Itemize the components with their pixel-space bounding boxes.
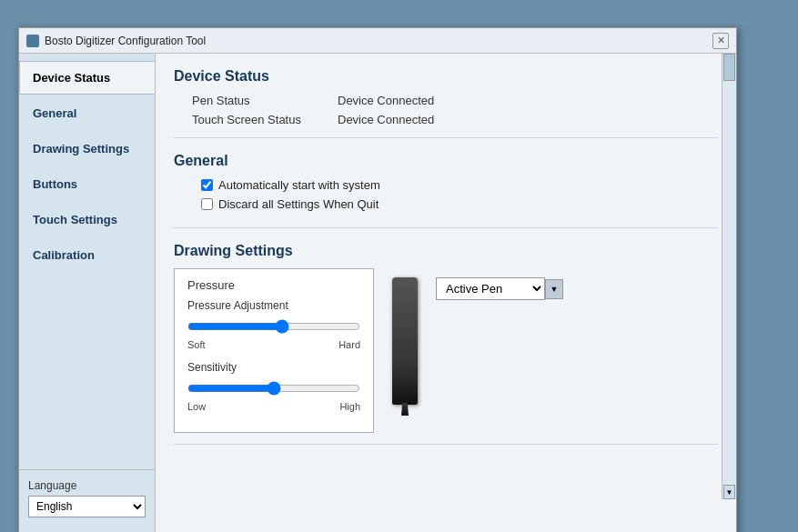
discard-settings-row: Discard all Settings When Quit <box>201 197 718 211</box>
device-status-title: Device Status <box>174 68 718 85</box>
pen-type-row: Active Pen Passive Pen ▼ <box>436 277 563 300</box>
close-button[interactable]: ✕ <box>712 33 729 49</box>
language-label: Language <box>28 479 146 492</box>
pressure-slider[interactable] <box>187 319 360 334</box>
general-section: General Automatically start with system … <box>174 153 718 228</box>
language-select[interactable]: English Chinese Japanese <box>28 496 146 517</box>
sidebar-item-calibration[interactable]: Calibration <box>19 238 155 272</box>
window-body: Device Status General Drawing Settings B… <box>19 54 736 532</box>
pressure-adjustment-label: Pressure Adjustment <box>187 299 360 312</box>
pen-status-row: Pen Status Device Connected <box>192 94 718 107</box>
app-icon <box>26 35 39 47</box>
pressure-slider-labels: Soft Hard <box>187 339 360 350</box>
sidebar-item-drawing-settings[interactable]: Drawing Settings <box>19 132 155 166</box>
auto-start-row: Automatically start with system <box>201 178 718 192</box>
sidebar-item-general[interactable]: General <box>19 96 155 130</box>
scrollbar-track: ▼ <box>722 54 736 499</box>
auto-start-label[interactable]: Automatically start with system <box>218 178 380 192</box>
drawing-content: Pressure Pressure Adjustment Soft Hard <box>174 268 718 433</box>
general-title: General <box>174 153 718 169</box>
touch-screen-label: Touch Screen Status <box>192 113 338 126</box>
main-content: Device Status Pen Status Device Connecte… <box>156 54 736 532</box>
sensitivity-slider[interactable] <box>187 381 360 396</box>
pen-status-value: Device Connected <box>338 94 434 107</box>
window-title: Bosto Digitizer Configuration Tool <box>45 35 206 47</box>
pen-status-label: Pen Status <box>192 94 338 107</box>
pen-illustration <box>392 277 418 405</box>
touch-screen-row: Touch Screen Status Device Connected <box>192 113 718 126</box>
app-window: Bosto Digitizer Configuration Tool ✕ Dev… <box>18 27 737 532</box>
pen-type-select[interactable]: Active Pen Passive Pen <box>436 277 545 300</box>
sensitivity-section: Sensitivity Low High <box>187 361 360 412</box>
sidebar-bottom: Language English Chinese Japanese <box>19 469 155 528</box>
drawing-settings-section: Drawing Settings Pressure Pressure Adjus… <box>174 243 718 445</box>
discard-settings-checkbox[interactable] <box>201 198 213 210</box>
pressure-adjustment-section: Pressure Adjustment Soft Hard <box>187 299 360 350</box>
pressure-box: Pressure Pressure Adjustment Soft Hard <box>174 268 374 433</box>
pen-visual <box>392 268 418 405</box>
sidebar-item-buttons[interactable]: Buttons <box>19 167 155 201</box>
pen-type-container: Active Pen Passive Pen ▼ <box>436 268 563 311</box>
discard-settings-label[interactable]: Discard all Settings When Quit <box>218 197 379 211</box>
scrollbar-down-arrow[interactable]: ▼ <box>723 485 735 499</box>
title-bar-left: Bosto Digitizer Configuration Tool <box>26 35 206 47</box>
sensitivity-low-label: Low <box>187 401 206 412</box>
touch-screen-value: Device Connected <box>338 113 434 126</box>
scrollbar-thumb[interactable] <box>723 54 735 81</box>
pressure-box-title: Pressure <box>187 278 360 292</box>
sensitivity-high-label: High <box>339 401 360 412</box>
sensitivity-slider-labels: Low High <box>187 401 360 412</box>
title-bar: Bosto Digitizer Configuration Tool ✕ <box>19 28 736 54</box>
auto-start-checkbox[interactable] <box>201 179 213 191</box>
dropdown-arrow-icon[interactable]: ▼ <box>545 279 563 299</box>
sidebar-item-touch-settings[interactable]: Touch Settings <box>19 203 155 236</box>
sidebar-item-device-status[interactable]: Device Status <box>19 61 155 95</box>
pressure-soft-label: Soft <box>187 339 206 350</box>
sensitivity-label: Sensitivity <box>187 361 360 374</box>
device-status-section: Device Status Pen Status Device Connecte… <box>174 68 718 138</box>
drawing-settings-title: Drawing Settings <box>174 243 718 259</box>
status-table: Pen Status Device Connected Touch Screen… <box>192 94 718 126</box>
sidebar: Device Status General Drawing Settings B… <box>19 54 156 532</box>
pressure-hard-label: Hard <box>338 339 360 350</box>
